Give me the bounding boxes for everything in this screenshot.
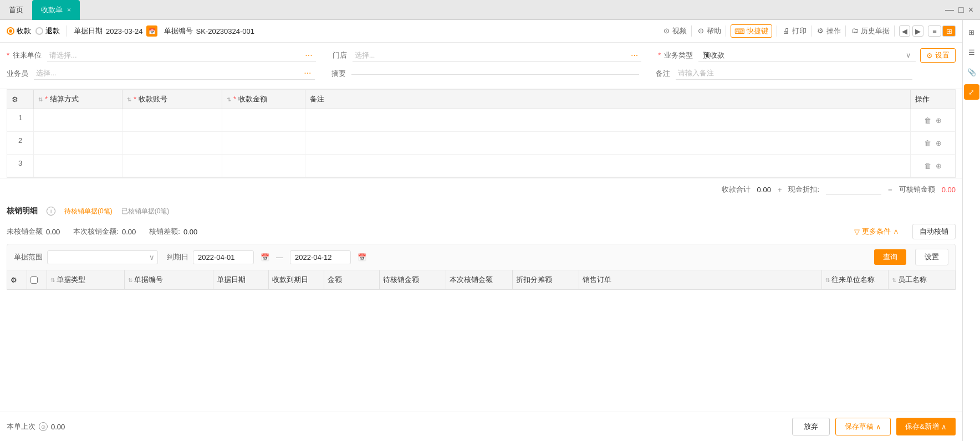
business-type-wrap[interactable]: 预收款 ∨: [698, 49, 916, 62]
view-grid-btn[interactable]: ⊞: [942, 25, 956, 37]
more-conditions-btn[interactable]: ▽ 更多条件 ∧: [854, 227, 899, 237]
select-all-checkbox[interactable]: [30, 276, 38, 284]
sort-employee: ⇅: [892, 277, 896, 283]
row-3-copy[interactable]: ⊕: [936, 162, 942, 170]
shortcut-btn[interactable]: ⌨ 快捷键: [731, 24, 772, 38]
store-ellipsis[interactable]: ···: [630, 50, 639, 60]
row-2-amount[interactable]: [222, 132, 305, 154]
done-tag[interactable]: 已核销单据(0笔): [121, 207, 170, 216]
history-label: 历史单据: [861, 26, 890, 36]
draft-btn[interactable]: 保存草稿 ∧: [835, 418, 891, 435]
calendar-icon-start[interactable]: 📅: [261, 253, 269, 261]
toolbar: 收款 退款 单据日期 2023-03-24 📅 单据编号 SK-20230324…: [0, 20, 962, 43]
settings-button[interactable]: ⚙ 设置: [920, 48, 956, 63]
tab-receipt[interactable]: 收款单 ×: [32, 0, 80, 20]
counterpart-ellipsis[interactable]: ···: [304, 50, 313, 60]
row-3-settlement[interactable]: [34, 155, 122, 177]
store-input-wrap[interactable]: 选择... ···: [353, 49, 642, 62]
row-2-copy[interactable]: ⊕: [936, 139, 942, 147]
bottom-table-header: ⚙ ⇅ 单据类型 ⇅ 单据编号 单据日期 收款到期日: [7, 270, 956, 290]
bth-current: 本次核销金额: [446, 270, 513, 289]
refund-radio[interactable]: 退款: [35, 26, 60, 36]
help-btn[interactable]: ⊙ 帮助: [696, 26, 721, 36]
salesperson-input-wrap[interactable]: 选择... ···: [34, 67, 315, 80]
print-btn[interactable]: 🖨 打印: [782, 26, 807, 36]
row-1-delete[interactable]: 🗑: [924, 116, 931, 125]
view-list-btn[interactable]: ≡: [928, 25, 941, 37]
row-1-account[interactable]: [122, 109, 222, 131]
row-1-remark[interactable]: [305, 109, 911, 131]
range-select[interactable]: [47, 250, 158, 264]
row-1-amount[interactable]: [222, 109, 305, 131]
salesperson-ellipsis[interactable]: ···: [303, 68, 312, 78]
bth-discount-label: 折扣分摊额: [516, 275, 552, 285]
abandon-btn[interactable]: 放弃: [792, 418, 830, 435]
summary-input-wrap[interactable]: [351, 72, 640, 75]
footer-info: 本单上次 ⊙ 0.00: [7, 422, 65, 432]
per-order-info-icon[interactable]: ⊙: [39, 422, 48, 431]
close-icon[interactable]: ×: [968, 5, 973, 15]
operation-label: 操作: [826, 26, 841, 36]
save-btn[interactable]: 保存&新增 ∧: [896, 418, 956, 435]
discount-input[interactable]: [826, 184, 881, 195]
nav-prev[interactable]: ◀: [899, 25, 910, 37]
range-select-wrap: ∨: [47, 250, 158, 264]
bth-counterpart-label: 往来单位名称: [831, 275, 875, 285]
due-date-end[interactable]: [290, 250, 351, 264]
sidebar-table-icon[interactable]: ⊞: [964, 24, 979, 40]
receipt-radio[interactable]: 收款: [7, 26, 31, 36]
sort-amount: ⇅: [227, 96, 231, 102]
bth-discount: 折扣分摊额: [513, 270, 579, 289]
writeoff-info-icon[interactable]: i: [47, 207, 55, 216]
tab-receipt-close[interactable]: ×: [67, 6, 71, 14]
due-date-field: 到期日 📅 — 📅: [167, 250, 366, 264]
divider-v3: [726, 25, 726, 37]
settings-icon: ⚙: [926, 52, 933, 60]
row-3-delete[interactable]: 🗑: [924, 162, 931, 170]
sidebar-clip-icon[interactable]: 📎: [964, 64, 979, 80]
row-1-settlement[interactable]: [34, 109, 122, 131]
store-label: 门店: [333, 50, 350, 60]
pending-tag[interactable]: 待核销单据(0笔): [64, 207, 113, 216]
calendar-icon-end[interactable]: 📅: [358, 253, 366, 261]
due-date-start[interactable]: [193, 250, 254, 264]
remark-placeholder: 请输入备注: [678, 68, 910, 78]
row-3-remark[interactable]: [305, 155, 911, 177]
history-btn[interactable]: 🗂 历史单据: [850, 26, 890, 36]
row-3-account[interactable]: [122, 155, 222, 177]
row-2-account[interactable]: [122, 132, 222, 154]
nav-next[interactable]: ▶: [912, 25, 923, 37]
calendar-icon[interactable]: 📅: [146, 25, 157, 37]
bth-gear[interactable]: ⚙: [7, 270, 27, 289]
counterpart-field: * 往来单位 请选择... ···: [7, 49, 316, 62]
row-2-remark[interactable]: [305, 132, 911, 154]
diff-value: 0.00: [183, 228, 197, 236]
sidebar-expand-icon[interactable]: ⤢: [964, 84, 979, 100]
th-remark-label: 备注: [310, 94, 324, 104]
row-3-amount[interactable]: [222, 155, 305, 177]
view-btns: ≡ ⊞: [928, 25, 956, 37]
row-2-delete[interactable]: 🗑: [924, 139, 931, 147]
restore-icon[interactable]: □: [958, 5, 964, 15]
counterpart-input-wrap[interactable]: 请选择... ···: [47, 49, 316, 62]
summary-field: 摘要: [331, 69, 640, 79]
operation-btn[interactable]: ⚙ 操作: [816, 26, 841, 36]
query-btn[interactable]: 查询: [874, 249, 906, 265]
bth-sales-order-label: 销售订单: [583, 275, 611, 285]
filter-settings-btn[interactable]: 设置: [915, 249, 948, 265]
th-gear[interactable]: ⚙: [7, 90, 34, 109]
row-1-copy[interactable]: ⊕: [936, 116, 942, 125]
remark-input-wrap[interactable]: 请输入备注: [676, 67, 912, 80]
row-3-actions: 🗑 ⊕: [911, 155, 955, 177]
diff-label: 核销差额:: [149, 227, 180, 237]
video-btn[interactable]: ⊙ 视频: [662, 26, 687, 36]
row-2-settlement[interactable]: [34, 132, 122, 154]
receipt-table: ⚙ ⇅ * 结算方式 ⇅ * 收款账号 ⇅: [7, 89, 956, 178]
auto-writeoff-btn[interactable]: 自动核销: [912, 224, 956, 239]
sidebar-list-icon[interactable]: ☰: [964, 44, 979, 60]
uncancelled-stat: 未核销金额 0.00: [7, 227, 60, 237]
tab-home[interactable]: 首页: [0, 0, 32, 20]
footer-btns: 放弃 保存草稿 ∧ 保存&新增 ∧: [792, 418, 956, 435]
minimize-icon[interactable]: —: [945, 5, 954, 15]
th-settlement: ⇅ * 结算方式: [34, 90, 122, 109]
